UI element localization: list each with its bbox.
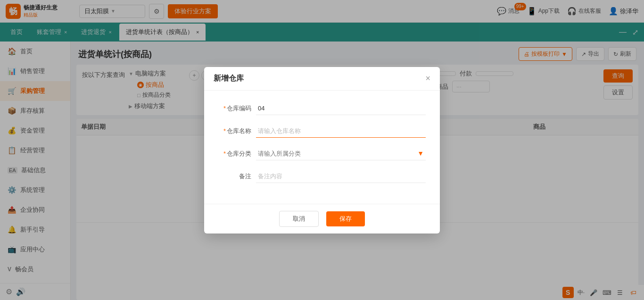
modal-body: *仓库编码 *仓库名称 *仓库分类 ▼ (204, 91, 440, 204)
form-row-code: *仓库编码 (218, 102, 426, 115)
warehouse-category-select[interactable]: ▼ (256, 147, 426, 160)
cancel-button[interactable]: 取消 (279, 211, 319, 227)
form-label-remark: 备注 (218, 172, 251, 181)
warehouse-name-input[interactable] (256, 125, 426, 138)
category-dropdown-arrow: ▼ (417, 150, 424, 157)
modal-overlay[interactable]: 新增仓库 × *仓库编码 *仓库名称 *仓库分类 (0, 0, 644, 300)
warehouse-remark-input[interactable] (256, 170, 426, 183)
new-warehouse-modal: 新增仓库 × *仓库编码 *仓库名称 *仓库分类 (204, 67, 440, 233)
form-label-name: *仓库名称 (218, 127, 251, 135)
form-row-category: *仓库分类 ▼ (218, 147, 426, 160)
form-row-remark: 备注 (218, 170, 426, 183)
form-row-name: *仓库名称 (218, 125, 426, 138)
warehouse-category-input[interactable] (256, 147, 426, 160)
modal-footer: 取消 保存 (204, 204, 440, 233)
modal-title: 新增仓库 (214, 74, 244, 83)
modal-header: 新增仓库 × (204, 67, 440, 91)
form-label-code: *仓库编码 (218, 104, 251, 113)
save-button[interactable]: 保存 (326, 211, 365, 226)
form-label-category: *仓库分类 (218, 150, 251, 158)
modal-close-button[interactable]: × (425, 74, 430, 83)
warehouse-code-input[interactable] (256, 102, 426, 115)
